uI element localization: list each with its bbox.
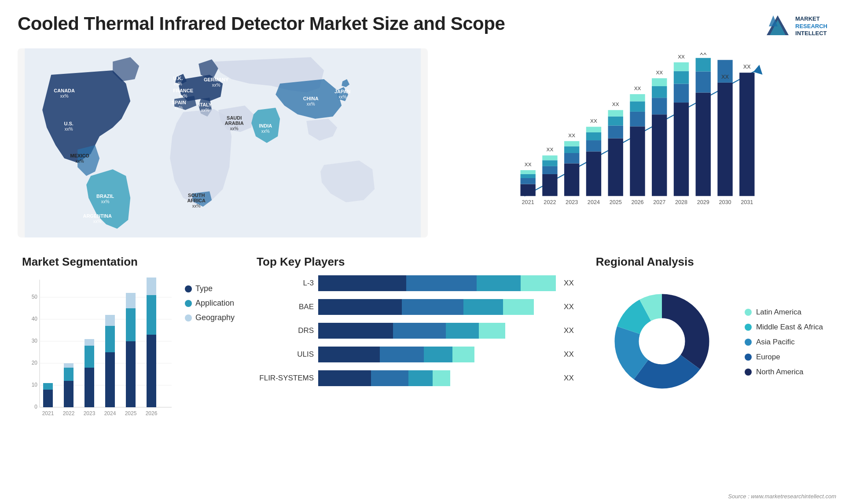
bar-seg4 xyxy=(503,299,534,315)
svg-rect-43 xyxy=(543,174,558,196)
svg-rect-114 xyxy=(64,381,73,407)
bar-seg4 xyxy=(452,347,474,362)
seg-chart-svg-wrap: 0 10 20 30 40 50 xyxy=(22,275,176,435)
growth-bar-chart: XX XX XX xyxy=(445,53,819,220)
svg-rect-50 xyxy=(564,146,579,153)
bar-seg1 xyxy=(318,275,406,291)
svg-text:xx%: xx% xyxy=(338,95,347,99)
legend-europe: Europe xyxy=(745,353,823,362)
application-label: Application xyxy=(195,299,234,308)
bar-seg1 xyxy=(318,347,380,362)
svg-text:xx%: xx% xyxy=(93,219,102,224)
svg-text:xx%: xx% xyxy=(179,94,187,99)
europe-dot xyxy=(745,354,752,361)
legend-geography: Geography xyxy=(185,313,235,322)
svg-text:2024: 2024 xyxy=(104,410,116,416)
svg-text:50: 50 xyxy=(32,294,38,300)
svg-text:CHINA: CHINA xyxy=(303,96,319,101)
svg-text:xx%: xx% xyxy=(212,83,220,88)
svg-text:2022: 2022 xyxy=(544,199,556,205)
svg-rect-128 xyxy=(147,278,156,295)
brand-logo-icon xyxy=(764,13,791,40)
svg-rect-60 xyxy=(608,117,623,126)
svg-rect-117 xyxy=(84,368,94,407)
svg-rect-84 xyxy=(739,73,754,196)
north-america-label: North America xyxy=(756,368,804,376)
player-row-drs: DRS XX xyxy=(257,323,574,339)
svg-text:XX: XX xyxy=(612,101,619,107)
svg-text:CANADA: CANADA xyxy=(54,88,75,93)
latin-america-label: Latin America xyxy=(756,308,801,317)
donut-svg xyxy=(596,275,728,407)
svg-marker-37 xyxy=(753,65,763,75)
svg-rect-65 xyxy=(630,101,645,112)
player-xx-ulis: XX xyxy=(564,350,574,359)
bar-seg2 xyxy=(380,347,424,362)
svg-text:ARGENTINA: ARGENTINA xyxy=(83,213,111,219)
donut-chart xyxy=(596,275,736,409)
bar-seg4 xyxy=(433,370,450,386)
svg-text:xx%: xx% xyxy=(261,129,270,134)
bar-seg1 xyxy=(318,370,371,386)
svg-rect-122 xyxy=(105,315,115,326)
bar-seg4 xyxy=(521,275,556,291)
svg-rect-49 xyxy=(564,153,579,164)
seg-chart-area: 0 10 20 30 40 50 xyxy=(22,275,235,442)
logo-area: MARKET RESEARCH INTELLECT xyxy=(764,13,827,40)
player-row-l3: L-3 XX xyxy=(257,275,574,291)
player-bar-l3 xyxy=(318,275,556,291)
svg-text:xx%: xx% xyxy=(65,127,73,131)
svg-text:xx%: xx% xyxy=(192,204,201,208)
svg-text:SOUTH: SOUTH xyxy=(188,193,205,198)
brand-name: MARKET RESEARCH INTELLECT xyxy=(795,15,827,38)
svg-rect-123 xyxy=(126,341,136,407)
player-xx-flir: XX xyxy=(564,374,574,383)
source-text: Source : www.marketresearchintellect.com xyxy=(728,493,836,500)
svg-rect-116 xyxy=(64,363,73,368)
svg-text:GERMANY: GERMANY xyxy=(204,77,229,82)
bar-seg2 xyxy=(406,275,477,291)
svg-rect-68 xyxy=(652,114,667,196)
player-name-l3: L-3 xyxy=(257,279,314,288)
segmentation-title: Market Segmentation xyxy=(22,255,235,269)
svg-rect-58 xyxy=(608,139,623,196)
svg-text:INDIA: INDIA xyxy=(259,123,272,128)
latin-america-dot xyxy=(745,309,752,316)
svg-rect-61 xyxy=(608,110,623,116)
world-map-svg: CANADA xx% U.S. xx% MEXICO xx% BRAZIL xx… xyxy=(18,48,428,237)
svg-rect-126 xyxy=(147,335,156,407)
svg-rect-121 xyxy=(105,326,115,352)
svg-rect-70 xyxy=(652,86,667,98)
player-row-flir: FLIR-SYSTEMS XX xyxy=(257,370,574,386)
player-xx-bae: XX xyxy=(564,303,574,311)
svg-text:30: 30 xyxy=(32,338,38,344)
seg-legend: Type Application Geography xyxy=(185,275,235,322)
svg-text:xx%: xx% xyxy=(230,126,239,131)
svg-rect-41 xyxy=(521,170,536,174)
svg-text:2021: 2021 xyxy=(42,410,54,416)
svg-text:2025: 2025 xyxy=(610,199,622,205)
player-bar-flir xyxy=(318,370,556,386)
svg-rect-54 xyxy=(586,140,601,151)
legend-middle-east-africa: Middle East & Africa xyxy=(745,323,823,332)
players-chart: L-3 XX BAE xyxy=(257,275,574,386)
svg-text:2031: 2031 xyxy=(741,199,753,205)
svg-text:XX: XX xyxy=(721,74,729,80)
svg-text:XX: XX xyxy=(569,132,576,138)
player-xx-drs: XX xyxy=(564,326,574,335)
bar-seg3 xyxy=(446,323,479,339)
svg-rect-80 xyxy=(696,58,711,72)
player-name-bae: BAE xyxy=(257,303,314,311)
svg-text:XX: XX xyxy=(547,146,554,152)
svg-point-140 xyxy=(639,318,685,364)
svg-rect-82 xyxy=(718,83,733,196)
bar-seg3 xyxy=(424,347,452,362)
svg-rect-44 xyxy=(543,166,558,174)
svg-text:XX: XX xyxy=(700,53,707,56)
svg-rect-71 xyxy=(652,78,667,86)
svg-text:ARABIA: ARABIA xyxy=(225,121,244,126)
players-section: Top Key Players L-3 XX BAE xyxy=(252,251,578,466)
svg-text:2026: 2026 xyxy=(632,199,644,205)
bottom-section: Market Segmentation 0 10 20 30 40 50 xyxy=(18,251,827,466)
svg-rect-39 xyxy=(521,178,536,184)
